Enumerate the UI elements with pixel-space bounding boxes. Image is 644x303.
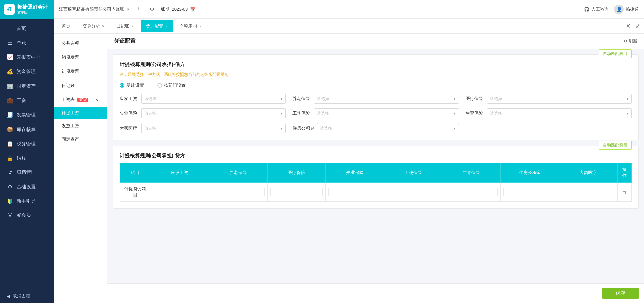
sidebar-item-fund[interactable]: 💰 资金管理 (0, 64, 54, 79)
ledger-icon: ☰ (7, 40, 13, 46)
menu-fixed-asset[interactable]: 固定资产 (54, 132, 107, 146)
main-area: 江西服宝精品有限责任公司内账张 ▼ + ⚙ 账期 2023-03 📅 🎧 人工咨… (54, 0, 644, 303)
topbar-right: 🎧 人工咨询 👤 畅捷通 (584, 5, 639, 14)
row-maternity-input[interactable] (445, 188, 498, 196)
select-medical-placeholder: 请选择 (490, 96, 502, 102)
user-button[interactable]: 👤 畅捷通 (614, 5, 639, 14)
sidebar-item-tax[interactable]: 📋 税务管理 (0, 137, 54, 151)
select-injury-placeholder: 请选择 (317, 111, 329, 116)
select-medical[interactable]: 请选择 ▾ (487, 94, 632, 104)
sidebar-item-invoice[interactable]: 🧾 发票管理 (0, 108, 54, 122)
select-salary[interactable]: 请选择 ▾ (141, 94, 286, 104)
tab-tax[interactable]: 个税申报 × (174, 20, 207, 32)
radio-dept-label: 按部门设置 (164, 82, 186, 88)
menu-journal[interactable]: 日记账 (54, 79, 107, 93)
sidebar-item-guide[interactable]: 🔰 新手引导 (0, 194, 54, 208)
menu-journal-label: 日记账 (62, 83, 75, 88)
sidebar-item-home[interactable]: ⌂ 首页 (0, 21, 54, 36)
sidebar: 好 畅捷通好会计 旗舰版 ⌂ 首页 ☰ 总账 📈 云报表中心 💰 资金管理 🏢 … (0, 0, 54, 303)
sidebar-item-report[interactable]: 📈 云报表中心 (0, 50, 54, 64)
row-housing-input[interactable] (503, 188, 556, 196)
tab-journal[interactable]: 日记账 × (111, 20, 139, 32)
row-large-medical-input[interactable] (562, 188, 614, 196)
delete-row-button[interactable]: 🗑 (622, 189, 627, 195)
sidebar-item-vip[interactable]: V 畅会员 (0, 208, 54, 222)
save-button[interactable]: 保存 (602, 288, 639, 299)
radio-basic[interactable]: 基础设置 (120, 82, 144, 88)
select-injury[interactable]: 请选择 ▾ (314, 108, 459, 118)
label-salary: 应发工资 (120, 96, 139, 102)
select-large-medical[interactable]: 请选择 ▾ (141, 123, 286, 133)
sidebar-item-ledger[interactable]: ☰ 总账 (0, 36, 54, 50)
tab-journal-close[interactable]: × (131, 24, 134, 29)
sidebar-item-close[interactable]: 🔒 结账 (0, 151, 54, 165)
row-medical-input-cell (267, 183, 326, 202)
row-injury-input[interactable] (387, 188, 439, 196)
tab-tax-close[interactable]: × (199, 24, 202, 29)
sidebar-label-guide: 新手引导 (17, 198, 36, 204)
select-large-medical-arrow: ▾ (281, 126, 283, 131)
tab-home[interactable]: 首页 (56, 20, 76, 32)
service-button[interactable]: 🎧 人工咨询 (584, 6, 609, 12)
tab-fund-close[interactable]: × (102, 24, 104, 29)
col-subject: 科目 (120, 163, 151, 183)
tab-voucher[interactable]: 凭证配置 × (141, 20, 173, 32)
close-tab-button[interactable]: ✕ (625, 21, 632, 31)
row-housing-input-cell (500, 183, 559, 202)
table-header-row: 科目 应发工资 养老保险 医疗保险 失业保险 工伤保险 生育保险 住房公积金 大… (120, 163, 632, 183)
period-display: 账期 2023-03 📅 (161, 6, 195, 12)
settings-button[interactable]: ⚙ (147, 5, 157, 14)
refresh-label: 刷新 (629, 38, 637, 44)
sidebar-item-wage[interactable]: 💼 工资 (0, 93, 54, 108)
row-unemployment-input[interactable] (328, 188, 381, 196)
guide-icon: 🔰 (7, 198, 13, 204)
inventory-icon: 📦 (7, 126, 13, 133)
sidebar-item-asset[interactable]: 🏢 固定资产 (0, 79, 54, 93)
menu-sales[interactable]: 销项发票 (54, 50, 107, 64)
app-edition: 旗舰版 (17, 10, 48, 15)
menu-pay-salary[interactable]: 发放工资 (54, 119, 107, 132)
select-pension[interactable]: 请选择 ▾ (314, 94, 459, 104)
auto-match-credit-button[interactable]: 自动匹配科目 (599, 141, 632, 150)
col-housing: 住房公积金 (500, 163, 559, 183)
auto-match-debit-button[interactable]: 自动匹配科目 (599, 49, 632, 58)
row-medical-input[interactable] (270, 188, 323, 196)
sidebar-item-settings[interactable]: ⚙ 基础设置 (0, 180, 54, 194)
menu-public[interactable]: 公共选项 (54, 36, 107, 50)
select-maternity[interactable]: 请选择 ▾ (487, 108, 632, 118)
sidebar-label-invoice: 发票管理 (17, 112, 36, 118)
refresh-button[interactable]: ↻ 刷新 (624, 38, 637, 44)
row-salary-input[interactable] (154, 188, 206, 196)
left-menu: 公共选项 销项发票 进项发票 日记账 工资表 NEW ∨ 计提工资 发放工资 (54, 34, 107, 303)
menu-salary-table[interactable]: 工资表 NEW ∨ (54, 93, 107, 107)
new-badge: NEW (77, 98, 88, 102)
row-salary-input-cell (151, 183, 209, 202)
menu-fixed-asset-label: 固定资产 (62, 137, 79, 142)
app-name: 畅捷通好会计 (17, 4, 48, 10)
select-salary-arrow: ▾ (281, 97, 283, 101)
invoice-icon: 🧾 (7, 112, 13, 118)
sidebar-item-inventory[interactable]: 📦 库存核算 (0, 122, 54, 137)
select-housing[interactable]: 请选择 ▾ (317, 123, 459, 133)
sidebar-item-archive[interactable]: 🗂 归档管理 (0, 165, 54, 180)
select-unemployment[interactable]: 请选择 ▾ (141, 108, 286, 118)
sidebar-label-report: 云报表中心 (17, 54, 40, 60)
company-selector[interactable]: 江西服宝精品有限责任公司内账张 ▼ (59, 6, 130, 12)
row-delete-cell: 🗑 (617, 183, 631, 202)
label-housing: 住房公积金 (292, 125, 314, 131)
expand-tab-button[interactable]: ⤢ (634, 21, 641, 31)
tab-fund[interactable]: 资金分析 × (77, 20, 110, 32)
credit-section-title: 计提核算规则(公司承担)-贷方 (120, 153, 632, 159)
add-tab-button[interactable]: + (134, 4, 143, 14)
menu-calc-salary[interactable]: 计提工资 (54, 107, 107, 119)
radio-dept[interactable]: 按部门设置 (157, 82, 186, 88)
row-injury-input-cell (384, 183, 442, 202)
tab-voucher-close[interactable]: × (165, 24, 168, 29)
row-pension-input-cell (209, 183, 267, 202)
tabs-bar: 首页 资金分析 × 日记账 × 凭证配置 × 个税申报 × ✕ ⤢ (54, 19, 644, 34)
cancel-pin-button[interactable]: ◀ 取消固定 (0, 289, 54, 303)
menu-purchase[interactable]: 进项发票 (54, 64, 107, 79)
calendar-icon: 📅 (190, 7, 195, 12)
credit-table: 科目 应发工资 养老保险 医疗保险 失业保险 工伤保险 生育保险 住房公积金 大… (120, 163, 632, 202)
row-pension-input[interactable] (212, 188, 265, 196)
